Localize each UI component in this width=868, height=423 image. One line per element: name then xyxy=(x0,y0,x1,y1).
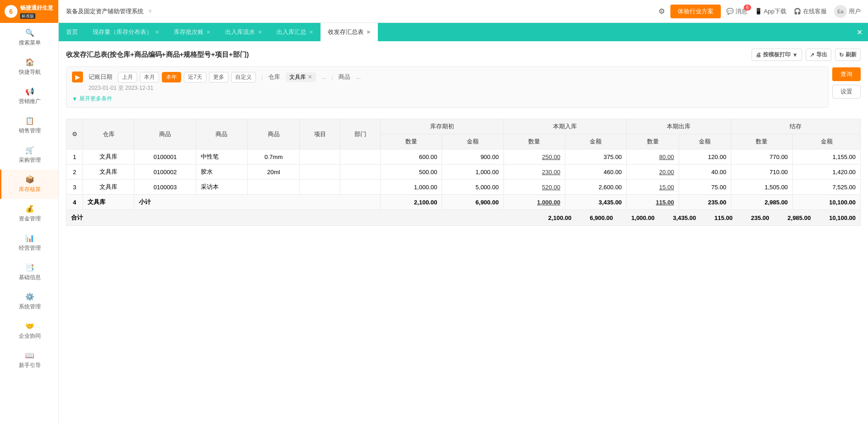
date-btn-last-month[interactable]: 上月 xyxy=(118,72,137,82)
sidebar-item-quick-nav[interactable]: 🏠 快捷导航 xyxy=(0,52,58,82)
search-icon: 🔍 xyxy=(25,28,34,37)
tab-close-batch[interactable]: ✕ xyxy=(206,29,210,35)
purchase-icon: 🛒 xyxy=(25,146,34,154)
row3-out-qty[interactable]: 15.00 xyxy=(627,180,679,195)
subtotal-out-qty[interactable]: 115.00 xyxy=(627,195,679,210)
experience-btn[interactable]: 体验行业方案 xyxy=(670,5,721,18)
row2-in-qty[interactable]: 230.00 xyxy=(503,165,565,180)
logo-icon: 6 xyxy=(5,5,17,18)
export-btn[interactable]: ↗ 导出 xyxy=(806,49,831,61)
col-project-header: 项目 xyxy=(300,119,340,149)
sidebar-item-operations[interactable]: 📊 经营管理 xyxy=(0,228,58,258)
tab-receivable-summary[interactable]: 收发存汇总表 ✕ xyxy=(321,23,378,41)
user-item[interactable]: Ea 用户 xyxy=(834,5,861,18)
tab-close-receivable-summary[interactable]: ✕ xyxy=(366,29,370,35)
table-settings-icon[interactable]: ⚙ xyxy=(72,131,77,137)
online-service-item[interactable]: 🎧 在线客服 xyxy=(794,7,827,16)
date-btn-custom[interactable]: 自定义 xyxy=(231,72,256,82)
data-table-wrapper: ⚙ 仓库 商品 商品 商品 项目 部门 库存期初 本期入库 本期出库 xyxy=(66,119,861,210)
date-btn-this-year[interactable]: 本年 xyxy=(162,72,181,82)
row2-out-qty-link[interactable]: 20.00 xyxy=(659,169,674,176)
warehouse-more-btn[interactable]: ... xyxy=(321,74,326,80)
expand-more-btn[interactable]: ▼ 展开更多条件 xyxy=(72,95,823,103)
tab-home[interactable]: 首页 xyxy=(59,23,85,41)
tab-inout-summary[interactable]: 出入库汇总 ✕ xyxy=(269,23,321,41)
phone-icon: 📱 xyxy=(755,8,762,15)
refresh-btn[interactable]: ↻ 刷新 xyxy=(835,49,861,61)
row2-opening-amt: 1,000.00 xyxy=(442,165,503,180)
warehouse-tag-close[interactable]: ✕ xyxy=(308,74,312,80)
tab-inout-flow[interactable]: 出入库流水 ✕ xyxy=(218,23,269,41)
row1-out-qty-link[interactable]: 80.00 xyxy=(659,154,674,160)
row3-closing-qty: 1,505.00 xyxy=(731,180,792,195)
row2-dept xyxy=(340,165,381,180)
row1-code: 0100001 xyxy=(134,149,196,165)
sidebar-item-system[interactable]: ⚙️ 系统管理 xyxy=(0,287,58,316)
subtotal-in-qty-link[interactable]: 1,000.00 xyxy=(537,199,560,206)
data-table: ⚙ 仓库 商品 商品 商品 项目 部门 库存期初 本期入库 本期出库 xyxy=(66,119,861,210)
tab-close-inventory-dist[interactable]: ✕ xyxy=(155,29,159,35)
sidebar-item-basic-info[interactable]: 📑 基础信息 xyxy=(0,258,58,287)
tab-close-inout-flow[interactable]: ✕ xyxy=(258,29,262,35)
tab-inventory-dist[interactable]: 现存量（库存分布表） ✕ xyxy=(85,23,166,41)
sidebar-item-sales[interactable]: 📋 销售管理 xyxy=(0,111,58,140)
chevron-down-icon: ▼ xyxy=(792,52,798,58)
sidebar-logo: 6 畅捷通好生意 标准版 xyxy=(0,0,58,23)
subtotal-warehouse: 文具库 xyxy=(83,195,134,210)
row1-in-qty[interactable]: 250.00 xyxy=(503,149,565,165)
date-btn-7days[interactable]: 近7天 xyxy=(184,72,206,82)
row1-out-qty[interactable]: 80.00 xyxy=(627,149,679,165)
subtotal-opening-amt: 6,900.00 xyxy=(442,195,503,210)
query-btn[interactable]: 查询 xyxy=(832,67,861,81)
date-btn-this-month[interactable]: 本月 xyxy=(140,72,159,82)
tab-batch[interactable]: 库存批次账 ✕ xyxy=(166,23,218,41)
row1-no: 1 xyxy=(66,149,83,165)
gear-icon[interactable]: ⚙ xyxy=(658,7,665,16)
sidebar-item-purchase[interactable]: 🛒 采购管理 xyxy=(0,140,58,170)
filter-toggle-btn[interactable]: ▶ xyxy=(72,71,83,82)
print-btn[interactable]: 🖨 按模板打印 ▼ xyxy=(752,49,802,61)
col-out-amt-header: 金额 xyxy=(679,134,731,149)
row2-in-amt: 460.00 xyxy=(565,165,626,180)
sidebar-item-finance[interactable]: 💰 资金管理 xyxy=(0,199,58,228)
subtotal-closing-qty: 2,985.00 xyxy=(731,195,792,210)
date-btn-more[interactable]: 更多 xyxy=(209,72,228,82)
row3-opening-qty: 1,000.00 xyxy=(381,180,442,195)
total-opening-amt: 6,900.00 xyxy=(590,214,613,221)
warehouse-label: 仓库 xyxy=(268,73,280,81)
total-in-amt: 3,435.00 xyxy=(673,214,696,221)
row1-dept xyxy=(340,149,381,165)
tab-close-inout-summary[interactable]: ✕ xyxy=(309,29,313,35)
goods-more-btn[interactable]: ... xyxy=(356,74,360,80)
operations-icon: 📊 xyxy=(25,234,34,242)
row3-out-qty-link[interactable]: 15.00 xyxy=(659,184,674,191)
export-icon: ↗ xyxy=(810,52,814,58)
row3-warehouse: 文具库 xyxy=(83,180,134,195)
sidebar-item-marketing[interactable]: 📢 营销推广 xyxy=(0,82,58,111)
row3-in-qty-link[interactable]: 520.00 xyxy=(542,184,560,191)
subtotal-out-qty-link[interactable]: 115.00 xyxy=(656,199,674,206)
sidebar-item-inventory[interactable]: 📦 库存核算 xyxy=(0,170,58,199)
subtotal-in-qty[interactable]: 1,000.00 xyxy=(503,195,565,210)
row3-in-qty[interactable]: 520.00 xyxy=(503,180,565,195)
tab-bar-close-btn[interactable]: ✕ xyxy=(851,28,868,37)
sidebar-item-enterprise[interactable]: 🤝 企业协同 xyxy=(0,316,58,346)
sidebar-item-search[interactable]: 🔍 搜索菜单 xyxy=(0,23,58,52)
col-in-header: 本期入库 xyxy=(503,119,626,134)
row1-in-qty-link[interactable]: 250.00 xyxy=(542,154,560,160)
row2-in-qty-link[interactable]: 230.00 xyxy=(542,169,560,176)
enterprise-icon: 🤝 xyxy=(25,322,34,330)
warehouse-value: 文具库 xyxy=(289,73,306,81)
app-download-item[interactable]: 📱 App下载 xyxy=(755,7,786,16)
basic-info-icon: 📑 xyxy=(25,263,34,272)
settings-filter-btn[interactable]: 设置 xyxy=(832,85,861,99)
col-goods-code-header: 商品 xyxy=(134,119,196,149)
total-opening-qty: 2,100.00 xyxy=(548,214,572,221)
subtotal-label: 小计 xyxy=(134,195,381,210)
row1-out-amt: 120.00 xyxy=(679,149,731,165)
table-settings-col[interactable]: ⚙ xyxy=(66,119,83,149)
total-closing-amt: 10,100.00 xyxy=(829,214,856,221)
notification-item[interactable]: 💬 消息 6 xyxy=(726,7,747,16)
row2-out-qty[interactable]: 20.00 xyxy=(627,165,679,180)
sidebar-item-guide[interactable]: 📖 新手引导 xyxy=(0,346,58,375)
